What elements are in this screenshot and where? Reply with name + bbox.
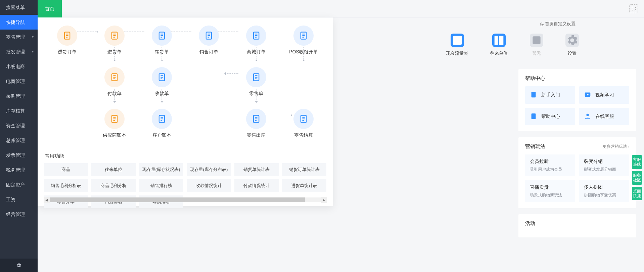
flow-node[interactable]: 客户账本 <box>152 109 172 138</box>
flow-node[interactable]: 零售单 <box>246 67 266 97</box>
sidebar-item-14[interactable]: 经营管理 <box>0 207 38 222</box>
common-fn-button[interactable]: 销售毛利分析表 <box>44 179 88 192</box>
help-item[interactable]: 新手入门 <box>525 86 575 104</box>
promo-item[interactable]: 会员拉新吸引用户成为会员 <box>525 154 575 176</box>
common-fn-button[interactable]: 进货单统计表 <box>282 179 326 192</box>
sidebar-item-5[interactable]: 电商管理 <box>0 74 38 89</box>
sidebar-item-3[interactable]: 批发管理▾ <box>0 44 38 59</box>
shortcut-3[interactable]: 设置 <box>565 34 579 56</box>
flow-label: 零售出库 <box>247 132 266 138</box>
promo-item[interactable]: 裂变分销裂变式发展分销商 <box>579 154 629 176</box>
flow-label: 客户账本 <box>152 132 171 138</box>
flow-arrow <box>162 89 162 102</box>
svg-rect-3 <box>533 36 540 44</box>
right-column: 帮助中心 新手入门视频学习帮助中心在线客服 营销玩法 更多营销玩法 › 会员拉新… <box>518 69 636 243</box>
help-label: 新手入门 <box>541 92 560 98</box>
flow-arrow <box>114 89 114 102</box>
promo-item[interactable]: 多人拼团拼团购物享受优惠 <box>579 180 629 202</box>
shortcut-0[interactable]: 现金流量表 <box>446 34 468 56</box>
help-item[interactable]: 视频学习 <box>579 86 629 104</box>
scroll-left-button[interactable]: ◀ <box>44 197 50 203</box>
flow-node[interactable]: 供应商账本 <box>103 109 126 138</box>
flow-arrow <box>256 47 257 60</box>
common-functions-title: 常用功能 <box>45 153 327 159</box>
sidebar-item-2[interactable]: 零售管理▾ <box>0 30 38 44</box>
quick-nav-flyout: 进货订单进货单付款单供应商账本销货单收款单客户账本销售订单商城订单零售单零售出库… <box>38 17 333 206</box>
flow-arrow <box>114 47 114 60</box>
doc-icon <box>246 67 266 87</box>
shortcut-1[interactable]: 往来单位 <box>490 34 508 56</box>
help-item[interactable]: 在线客服 <box>579 108 629 125</box>
sidebar-item-4[interactable]: 小畅电商 <box>0 59 38 74</box>
horizontal-scrollbar[interactable]: ◀ ▶ <box>44 197 327 203</box>
flow-node[interactable]: POS收银开单 <box>289 26 318 55</box>
promo-title: 会员拉新 <box>530 158 570 165</box>
promo-item[interactable]: 直播卖货场景式购物新玩法 <box>525 180 575 202</box>
flow-node[interactable]: 商城订单 <box>246 26 266 55</box>
scroll-right-button[interactable]: ▶ <box>321 197 327 203</box>
promo-sub: 裂变式发展分销商 <box>584 167 625 172</box>
flow-node[interactable]: 销售订单 <box>199 26 219 55</box>
sidebar-item-0[interactable]: 搜索菜单 <box>0 0 38 15</box>
help-icon <box>584 112 591 121</box>
doc-icon <box>199 26 219 46</box>
float-tag[interactable]: 服务社区 <box>632 171 642 185</box>
shortcut-icon <box>565 34 579 47</box>
flow-node[interactable]: 零售结算 <box>293 109 314 138</box>
gear-icon <box>16 263 21 268</box>
flow-arrow <box>303 47 304 60</box>
sidebar-item-12[interactable]: 固定资产 <box>0 177 38 192</box>
chevron-down-icon: ▾ <box>32 30 34 44</box>
common-fn-button[interactable]: 往来单位 <box>91 163 136 176</box>
flow-node[interactable]: 进货单 <box>104 26 125 55</box>
sidebar-item-1[interactable]: 快捷导航 <box>0 15 38 30</box>
home-customize-link[interactable]: ◎ 首页自定义设置 <box>540 21 576 27</box>
common-fn-button[interactable]: 销货订单统计表 <box>282 163 326 176</box>
flow-node[interactable]: 付款单 <box>104 67 125 97</box>
help-item[interactable]: 帮助中心 <box>525 108 575 125</box>
float-tag[interactable]: 客服热线 <box>632 155 642 169</box>
doc-icon <box>293 109 314 129</box>
doc-icon <box>152 26 172 46</box>
common-fn-button[interactable]: 销售排行榜 <box>139 179 183 192</box>
common-fn-button[interactable]: 商品 <box>44 163 88 176</box>
flow-node[interactable]: 销货单 <box>152 26 172 55</box>
flow-arrow <box>256 89 257 102</box>
marketing-more-link[interactable]: 更多营销玩法 › <box>603 144 629 149</box>
common-fn-button[interactable]: 付款情况统计 <box>234 179 279 192</box>
sidebar-item-8[interactable]: 资金管理 <box>0 118 38 133</box>
flow-node[interactable]: 收款单 <box>152 67 172 97</box>
sidebar-item-13[interactable]: 工资 <box>0 192 38 207</box>
flow-node[interactable]: 进货订单 <box>57 26 77 55</box>
common-fn-button[interactable]: 商品毛利分析 <box>91 179 136 192</box>
sidebar-item-10[interactable]: 发票管理 <box>0 148 38 163</box>
sidebar-item-6[interactable]: 采购管理 <box>0 89 38 103</box>
fullscreen-icon[interactable]: ⛶ <box>629 4 638 13</box>
sidebar: 搜索菜单快捷导航零售管理▾批发管理▾小畅电商电商管理采购管理库存核算资金管理总账… <box>0 0 38 272</box>
sidebar-settings-button[interactable] <box>0 259 38 272</box>
sidebar-item-7[interactable]: 库存核算 <box>0 103 38 118</box>
common-fn-button[interactable]: 销货单统计表 <box>234 163 279 176</box>
common-fn-button[interactable]: 现存量(库存状况表) <box>139 163 183 176</box>
common-fn-button[interactable]: 现存量(库存分布表) <box>187 163 231 176</box>
common-fn-button[interactable]: 收款情况统计 <box>187 179 231 192</box>
help-icon <box>530 91 537 99</box>
shortcut-icon <box>492 34 506 47</box>
promo-sub: 拼团购物享受优惠 <box>584 192 625 198</box>
svg-rect-7 <box>532 113 536 119</box>
sidebar-item-11[interactable]: 税务管理 <box>0 163 38 177</box>
promo-title: 直播卖货 <box>530 184 570 190</box>
marketing-card: 营销玩法 更多营销玩法 › 会员拉新吸引用户成为会员裂变分销裂变式发展分销商直播… <box>518 137 636 208</box>
svg-rect-0 <box>453 36 462 45</box>
sidebar-item-9[interactable]: 总账管理 <box>0 133 38 148</box>
shortcut-icon <box>451 34 464 47</box>
svg-rect-1 <box>495 36 498 45</box>
shortcut-2[interactable]: 暂无 <box>530 34 543 56</box>
shortcut-label: 设置 <box>568 50 577 56</box>
flow-node[interactable]: 零售出库 <box>246 109 266 138</box>
tab-home[interactable]: 首页 <box>38 0 62 17</box>
flow-diagram: 进货订单进货单付款单供应商账本销货单收款单客户账本销售订单商城订单零售单零售出库… <box>44 26 327 153</box>
chevron-down-icon: ▾ <box>32 44 34 59</box>
top-tab-bar: 首页 ⛶ <box>38 0 644 17</box>
float-tag[interactable]: 桌面快捷 <box>632 187 642 200</box>
